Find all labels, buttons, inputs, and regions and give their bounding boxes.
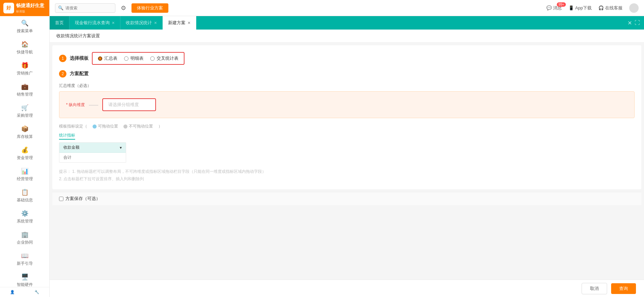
messages-item[interactable]: 💬 消息 99+ bbox=[546, 5, 562, 11]
briefcase-icon: 💼 bbox=[21, 83, 29, 90]
bottom-row: 方案保存（可选） bbox=[52, 192, 641, 205]
tip-1: 提示： 1. 拖动标题栏可以调整布局，不可跨维度或指标区域拖动栏目字段（只能在同… bbox=[59, 168, 635, 176]
tab-maximize-icon[interactable]: ⛶ bbox=[635, 20, 640, 26]
sidebar-item-marketing[interactable]: 🎁 营销推广 bbox=[0, 58, 49, 80]
tab-bar: 首页 现金银行流水查询 ✕ 收款情况统计 ✕ 新建方案 ✕ ✕ ⛶ bbox=[50, 16, 644, 30]
metrics-category-label: 统计指标 bbox=[59, 133, 75, 140]
tab-receipt-stats[interactable]: 收款情况统计 ✕ bbox=[120, 16, 163, 30]
sidebar-item-enterprise[interactable]: 🏢 企业协同 bbox=[0, 228, 49, 249]
radio-detail-input[interactable] bbox=[124, 56, 128, 61]
radio-summary-label: 汇总表 bbox=[104, 55, 117, 61]
main-area: 🔍 ⚙ 体验行业方案 💬 消息 99+ 📱 App下载 🎧 在线客服 首页 bbox=[50, 0, 644, 297]
search-icon: 🔍 bbox=[58, 5, 63, 10]
settings-gear-icon[interactable]: ⚙ bbox=[121, 4, 126, 12]
sidebar-item-search-menu[interactable]: 🔍 搜索菜单 bbox=[0, 16, 49, 37]
step2-header: 2 方案配置 bbox=[59, 70, 635, 78]
sidebar-item-label: 营销推广 bbox=[17, 70, 33, 76]
sidebar-footer-user[interactable]: 👤 bbox=[10, 290, 15, 294]
download-label: App下载 bbox=[575, 5, 592, 11]
dimension-select[interactable]: 请选择分组维度 bbox=[102, 98, 156, 111]
service-icon: 🎧 bbox=[598, 5, 604, 10]
radio-cross-label: 交叉统计表 bbox=[157, 55, 178, 61]
header-search-box[interactable]: 🔍 bbox=[55, 3, 115, 13]
query-button[interactable]: 查询 bbox=[611, 283, 636, 294]
sidebar-item-guide[interactable]: 📖 新手引导 bbox=[0, 249, 49, 270]
radio-cross[interactable]: 交叉统计表 bbox=[150, 55, 178, 61]
tab-receipt-stats-close[interactable]: ✕ bbox=[154, 21, 157, 25]
user-icon: 👤 bbox=[10, 290, 15, 294]
sidebar-item-inventory[interactable]: 📦 库存核算 bbox=[0, 122, 49, 143]
sidebar-item-label: 系统管理 bbox=[17, 218, 33, 224]
template-options: 汇总表 明细表 交叉统计表 bbox=[92, 52, 184, 65]
book-icon: 📖 bbox=[21, 252, 29, 259]
download-item[interactable]: 📱 App下载 bbox=[569, 5, 592, 11]
tab-bank-flow-label: 现金银行流水查询 bbox=[75, 20, 110, 26]
metrics-dropdown-icon[interactable]: ▾ bbox=[120, 145, 122, 150]
gear-icon: ⚙️ bbox=[21, 210, 29, 217]
page-breadcrumb: 收款情况统计方案设置 bbox=[50, 30, 644, 43]
logo-text: 畅捷通好生意 bbox=[16, 3, 44, 9]
save-checkbox-input[interactable] bbox=[59, 197, 63, 201]
sidebar-nav: 🔍 搜索菜单 🏠 快捷导航 🎁 营销推广 💼 销售管理 🛒 采购管理 📦 库存核… bbox=[0, 16, 49, 287]
service-item[interactable]: 🎧 在线客服 bbox=[598, 5, 623, 11]
step2-title: 方案配置 bbox=[70, 71, 89, 77]
tab-home-label: 首页 bbox=[55, 20, 64, 26]
sidebar-item-label: 快捷导航 bbox=[17, 49, 33, 55]
form-section: 1 选择模板 汇总表 明细表 交叉统计表 bbox=[52, 45, 641, 189]
tab-new-plan[interactable]: 新建方案 ✕ bbox=[163, 16, 196, 30]
save-option-text: 方案保存（可选） bbox=[65, 196, 100, 202]
metrics-legend: 模板指标设定（ 可拖动位置 不可拖动位置 ） bbox=[59, 123, 635, 129]
message-badge: 99+ bbox=[557, 2, 566, 7]
metrics-hint-label: 模板指标设定（ bbox=[59, 123, 87, 129]
not-draggable-label: 不可拖动位置 bbox=[129, 123, 153, 129]
top-header: 🔍 ⚙ 体验行业方案 💬 消息 99+ 📱 App下载 🎧 在线客服 bbox=[50, 0, 644, 16]
dimension-area: 纵向维度 —— 请选择分组维度 bbox=[59, 91, 635, 118]
chart-icon: 📊 bbox=[21, 167, 29, 175]
sidebar-item-label: 资金管理 bbox=[17, 155, 33, 161]
radio-summary[interactable]: 汇总表 bbox=[98, 55, 117, 61]
sidebar-item-purchase[interactable]: 🛒 采购管理 bbox=[0, 101, 49, 122]
draggable-label: 可拖动位置 bbox=[98, 123, 118, 129]
tab-receipt-stats-label: 收款情况统计 bbox=[126, 20, 152, 26]
draggable-dot-icon bbox=[93, 125, 97, 129]
sidebar-item-quick-nav[interactable]: 🏠 快捷导航 bbox=[0, 37, 49, 58]
tab-bank-flow-close[interactable]: ✕ bbox=[112, 21, 115, 25]
cancel-button[interactable]: 取消 bbox=[582, 283, 607, 294]
metrics-table-header[interactable]: 收款金额 ▾ bbox=[59, 143, 126, 153]
sidebar-logo: 好 畅捷通好生意 标准版 bbox=[0, 0, 49, 16]
tab-home[interactable]: 首页 bbox=[50, 16, 69, 30]
sidebar-item-label: 库存核算 bbox=[17, 134, 33, 140]
dimension-placeholder: 请选择分组维度 bbox=[108, 102, 139, 107]
search-menu-icon: 🔍 bbox=[21, 19, 29, 27]
tab-new-plan-close[interactable]: ✕ bbox=[187, 21, 191, 25]
cart-icon: 🛒 bbox=[21, 104, 29, 111]
save-option-label[interactable]: 方案保存（可选） bbox=[59, 196, 100, 202]
search-input[interactable] bbox=[65, 6, 106, 10]
home-icon: 🏠 bbox=[21, 41, 29, 48]
sidebar-item-system[interactable]: ⚙️ 系统管理 bbox=[0, 206, 49, 228]
radio-cross-input[interactable] bbox=[150, 56, 155, 61]
sidebar-item-finance[interactable]: 💰 资金管理 bbox=[0, 143, 49, 164]
box-icon: 📦 bbox=[21, 125, 29, 133]
user-avatar[interactable] bbox=[629, 3, 639, 13]
tab-bank-flow[interactable]: 现金银行流水查询 ✕ bbox=[69, 16, 120, 30]
sidebar-item-operations[interactable]: 📊 经营管理 bbox=[0, 164, 49, 185]
metrics-hint-close: ） bbox=[158, 123, 162, 129]
sidebar-footer-settings[interactable]: 🔧 bbox=[35, 290, 39, 294]
header-right: 💬 消息 99+ 📱 App下载 🎧 在线客服 bbox=[546, 3, 639, 13]
download-icon: 📱 bbox=[569, 5, 574, 10]
radio-detail[interactable]: 明细表 bbox=[124, 55, 144, 61]
legend-draggable: 可拖动位置 bbox=[93, 123, 118, 129]
tab-close-window-icon[interactable]: ✕ bbox=[628, 20, 632, 26]
footer-bar: 取消 查询 bbox=[50, 280, 644, 297]
sidebar: 好 畅捷通好生意 标准版 🔍 搜索菜单 🏠 快捷导航 🎁 营销推广 💼 销售管理… bbox=[0, 0, 50, 297]
sidebar-item-base-info[interactable]: 📋 基础信息 bbox=[0, 185, 49, 206]
sidebar-item-label: 采购管理 bbox=[17, 113, 33, 118]
sidebar-item-label: 智能硬件 bbox=[17, 282, 33, 287]
message-icon: 💬 bbox=[546, 5, 552, 10]
dimension-label: 纵向维度 bbox=[66, 102, 85, 108]
sidebar-item-hardware[interactable]: 🖥️ 智能硬件 bbox=[0, 270, 49, 287]
sidebar-item-sales[interactable]: 💼 销售管理 bbox=[0, 80, 49, 101]
industry-button[interactable]: 体验行业方案 bbox=[131, 3, 168, 13]
radio-summary-input[interactable] bbox=[98, 56, 102, 61]
